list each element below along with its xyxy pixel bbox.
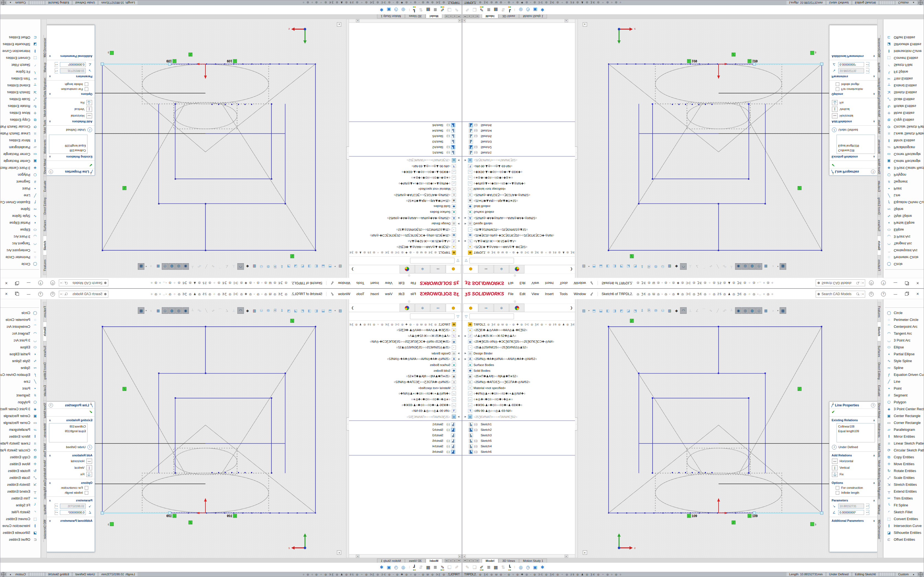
search-input[interactable]: Search CAD Models (69, 292, 102, 296)
tree-row[interactable]: Σ ○25ИΝ◎◦✚ΑΠΞЄƷ○◦○ƷЄΞΠΑ✚◦◎ΝИ52○ (462, 192, 575, 198)
view-toolbar-icon[interactable]: ◠ (680, 307, 687, 314)
help-icon[interactable]: ? (881, 292, 886, 297)
command-tab[interactable]: Features (43, 256, 47, 275)
user-icon[interactable] (50, 281, 55, 285)
view-toolbar-icon[interactable]: ⊥ (231, 263, 237, 270)
scroll-right-icon[interactable]: ▸ (565, 555, 568, 558)
view-toolbar-icon[interactable]: ┴ (728, 307, 735, 314)
panel-splitter[interactable]: ◦ (346, 19, 349, 278)
sketch-tool-item[interactable]: ◌ Perimeter Circle (0, 254, 40, 261)
expand-arrow-icon[interactable]: ▶ (457, 335, 460, 337)
close-button[interactable]: × (4, 292, 8, 296)
sketch-row[interactable]: ▙ (-) Sketch6 (349, 449, 462, 455)
help-icon[interactable]: ? (48, 170, 53, 174)
view-toolbar-icon[interactable]: ◎ (742, 263, 748, 270)
tab-featuremanager[interactable]: ⬢ (446, 304, 461, 312)
sketch-tool-item[interactable]: ⌒ Centerpoint Arc (0, 247, 40, 254)
annotation-tool-icon[interactable]: ◷ (526, 565, 530, 570)
sketch-tool-item[interactable]: ⟳ Circular Sketch Pattern (0, 123, 40, 130)
sketch-tool-item[interactable]: ▱ Parallelogram (0, 426, 40, 433)
command-tab[interactable]: Sheet Metal (43, 156, 47, 176)
next-tab-icon[interactable]: ▸ (471, 559, 475, 562)
search-icon[interactable] (856, 292, 859, 296)
annotation-tool-icon[interactable]: ❏ (472, 7, 476, 13)
tree-row[interactable]: ▱ ○✚ИΝ◎♟+○✱⊙Ι○◦○Ι⊙✱○+♟◎ΝИ✚○ (349, 391, 462, 396)
annotation-tool-icon[interactable]: ≣ (433, 7, 437, 13)
view-toolbar-icon[interactable]: ◍ (749, 263, 755, 270)
sketch-tool-item[interactable]: ╰ Fit Spline (884, 68, 924, 75)
toolbar-grip-icon[interactable] (408, 274, 410, 276)
tree-row[interactable]: ▱ ○✚ИΝ◎♟+○✱⊙Ι○◦○Ι⊙✱○+♟◎ΝИ✚○ (349, 181, 462, 186)
view-toolbar-icon[interactable]: ◇ (162, 307, 168, 314)
status-units-selector[interactable]: Custom▲ (7, 1, 28, 5)
sketch-tool-item[interactable]: ◌ Perimeter Circle (0, 316, 40, 323)
sketch-tool-item[interactable]: ◜ Sketch Fillet (884, 509, 924, 516)
collapse-icon[interactable]: ∧ (873, 156, 875, 158)
search-box[interactable]: ⬢ Search CAD Models ▾ (816, 280, 865, 287)
annotation-tool-icon[interactable]: ≣ (433, 565, 437, 570)
sketch-tool-item[interactable]: # Segment (0, 392, 40, 399)
parameter-input[interactable]: 10.88152731 (838, 504, 864, 509)
menu-item[interactable]: File (508, 292, 514, 296)
view-toolbar-icon[interactable]: ▾ (587, 263, 590, 270)
minimize-button[interactable]: — (26, 281, 31, 285)
annotation-tool-icon[interactable]: ◷ (394, 565, 398, 570)
collapse-icon[interactable]: ∧ (49, 120, 51, 123)
spinner-control[interactable]: ▲▼ (55, 510, 58, 515)
close-button[interactable]: × (916, 292, 920, 296)
sketch-tool-item[interactable]: ↻ Rotate Entities (884, 103, 924, 110)
parameter-input[interactable]: 10.88152731 (60, 69, 86, 74)
graphics-area[interactable]: ▤▾⬒⬓◧◨◩◪⬔⇩⎘⛃⛁▥◆◠⊥∠⌒∿╱☍┴◉◎◍◇▦◑▾▩ (47, 19, 346, 278)
collapse-icon[interactable]: ∧ (49, 454, 51, 457)
first-tab-icon[interactable]: ⏮ (457, 15, 461, 18)
last-tab-icon[interactable]: ⏭ (475, 559, 479, 562)
sketch-tool-item[interactable]: ⠶ Linear Sketch Pattern (884, 440, 924, 447)
view-toolbar-icon[interactable]: ◑ (769, 263, 776, 270)
relation-button-row[interactable]: ⚓ Fix (829, 471, 877, 477)
relation-item[interactable]: Equal length109 (51, 143, 86, 148)
sketch-row[interactable]: ▙ Sketch3 (462, 139, 575, 145)
sketch-tool-item[interactable]: ◪ Silhouette Entities (884, 41, 924, 48)
sketch-tool-item[interactable]: ◈ 3 Point Center Recta... (0, 164, 40, 171)
view-toolbar-icon[interactable]: ◆ (244, 263, 251, 270)
sketch-tool-item[interactable]: ⬭ Ellipse (0, 226, 40, 233)
view-toolbar-icon[interactable]: ▥ (666, 263, 673, 270)
relation-button-row[interactable]: ❘ Vertical (829, 464, 877, 471)
view-toolbar-icon[interactable]: ⛃ (653, 263, 659, 270)
tab-dimxpertmanager[interactable] (509, 265, 524, 273)
view-toolbar-icon[interactable]: ◩ (299, 263, 306, 270)
relation-badge[interactable]: ╱ ╱ ╱ 3 (108, 51, 294, 258)
view-toolbar-icon[interactable]: ◨ (611, 307, 618, 314)
menu-item[interactable]: Window (338, 281, 350, 285)
annotation-tool-icon[interactable]: ┗ (508, 7, 511, 13)
tree-row[interactable]: ≡ Material <not specified> (462, 186, 575, 192)
expand-icon[interactable]: ∨ (873, 55, 875, 58)
tree-row[interactable]: ★ ○25ƷЄ✚◦♟◎ΛΑΦ○◦○ΦΑΛ◎♟◦✚ЄƷ52○ (462, 327, 575, 333)
view-toolbar-icon[interactable]: ◠ (237, 263, 244, 270)
annotation-tool-icon[interactable]: ✐ (441, 565, 444, 570)
tab-configurationmanager[interactable]: ⊕ (415, 265, 430, 273)
option-row[interactable]: For construction (829, 485, 877, 490)
sketch-tool-item[interactable]: ◈ 3 Point Center Recta... (0, 406, 40, 413)
view-toolbar-icon[interactable]: ◉ (735, 307, 741, 314)
command-tab[interactable]: Data Migration (877, 77, 881, 97)
annotation-tool-icon[interactable]: ┗ (508, 565, 511, 570)
user-icon[interactable] (869, 292, 874, 297)
annotation-tool-icon[interactable]: ⁞ (409, 566, 410, 569)
expand-arrow-icon[interactable]: ▶ (457, 222, 460, 225)
command-tab[interactable]: MBD Dimensions (877, 520, 881, 539)
sketch-tool-item[interactable]: ◡ 3 Point Arc (884, 233, 924, 240)
pin-icon[interactable] (330, 292, 334, 296)
first-tab-icon[interactable]: ⏮ (463, 15, 467, 18)
menu-item[interactable]: Insert (370, 281, 379, 285)
sketch-tool-item[interactable]: ⫴ Mirror Entities (0, 137, 40, 144)
splitter-handle[interactable]: ◦ (575, 417, 578, 430)
spinner-control[interactable]: ▲▼ (866, 504, 869, 509)
ok-button[interactable]: ✔ (47, 162, 95, 168)
menu-item[interactable]: Window (573, 292, 586, 296)
sketch-tool-item[interactable]: # Segment (884, 392, 924, 399)
sketch-tool-item[interactable]: ✛ Move Entities (0, 461, 40, 467)
view-toolbar-icon[interactable]: ⌒ (701, 263, 707, 270)
view-toolbar-icon[interactable]: ╱ (203, 263, 210, 270)
view-toolbar-icon[interactable]: ◠ (680, 263, 687, 270)
